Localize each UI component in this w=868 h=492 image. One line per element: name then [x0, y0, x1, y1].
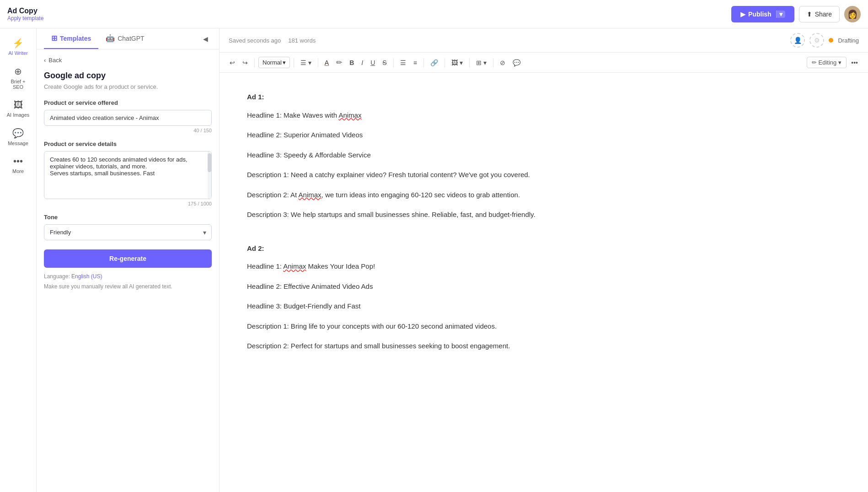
ad1-title: Ad 1:: [247, 91, 841, 103]
pencil-icon: ✏: [812, 59, 817, 66]
bold-button[interactable]: B: [347, 57, 357, 68]
ad2-desc1: Description 1: Bring life to your concep…: [247, 320, 841, 332]
share-icon: ⬆: [807, 11, 812, 18]
regenerate-button[interactable]: Re-generate: [44, 249, 212, 268]
toolbar-separator-8: [493, 58, 493, 67]
editor-area: Saved seconds ago 181 words 👤 ⚙ Drafting…: [220, 28, 868, 492]
tab-chatgpt[interactable]: 🤖 ChatGPT: [98, 28, 151, 49]
apply-template-link[interactable]: Apply template: [7, 15, 731, 22]
publish-chevron[interactable]: ▾: [776, 11, 785, 18]
editing-chevron-icon: ▾: [838, 59, 841, 66]
font-color-button[interactable]: A: [322, 57, 332, 68]
panel-tabs: ⊞ Templates 🤖 ChatGPT ◀: [37, 28, 219, 49]
details-label: Product or service details: [44, 141, 212, 147]
ad2-headline1: Headline 1: Animax Makes Your Idea Pop!: [247, 260, 841, 272]
editor-content[interactable]: Ad 1: Headline 1: Make Waves with Animax…: [220, 73, 868, 492]
textarea-scrollbar: [208, 151, 211, 199]
avatar[interactable]: 👩: [844, 6, 861, 22]
redo-button[interactable]: ↪: [240, 57, 251, 68]
collaborator-avatar-1: 👤: [790, 33, 805, 48]
topbar: Ad Copy Apply template ▶ Publish ▾ ⬆ Sha…: [0, 0, 868, 28]
link-button[interactable]: 🔗: [428, 57, 441, 68]
bullet-list-button[interactable]: ☰: [397, 57, 409, 68]
sidebar-item-label-more: More: [12, 168, 24, 174]
ad2-title: Ad 2:: [247, 243, 841, 254]
image-button[interactable]: 🖼 ▾: [449, 57, 466, 68]
ad1-desc2: Description 2: At Animax, we turn ideas …: [247, 189, 841, 201]
back-button[interactable]: ‹ Back: [44, 57, 212, 64]
tone-select-wrapper: Friendly Professional Casual Formal Humo…: [44, 224, 212, 240]
strikethrough-button[interactable]: S: [380, 57, 389, 68]
collaborator-avatar-2: ⚙: [809, 33, 824, 48]
numbered-list-button[interactable]: ≡: [411, 57, 420, 68]
details-textarea[interactable]: Creates 60 to 120 seconds animated video…: [44, 151, 211, 197]
toolbar-separator-3: [318, 58, 318, 67]
toolbar-overflow-button[interactable]: •••: [848, 57, 861, 68]
tone-select[interactable]: Friendly Professional Casual Formal Humo…: [44, 224, 212, 240]
sidebar-item-ai-images[interactable]: 🖼 AI Images: [2, 96, 35, 121]
sidebar-item-message[interactable]: 💬 Message: [2, 124, 35, 150]
tone-section: Tone Friendly Professional Casual Formal…: [44, 214, 212, 240]
details-textarea-wrapper: Creates 60 to 120 seconds animated video…: [44, 151, 212, 199]
editor-toolbar: ↩ ↪ Normal ▾ ☰ ▾ A ✏ B I U S ☰ ≡ 🔗 🖼 ▾ ⊞: [220, 53, 868, 73]
panel-collapse-button[interactable]: ◀: [199, 28, 212, 49]
language-text: Language:: [44, 273, 71, 280]
underline-button[interactable]: U: [368, 57, 378, 68]
publish-label: Publish: [748, 11, 772, 18]
toolbar-separator-7: [469, 58, 470, 67]
publish-button[interactable]: ▶ Publish ▾: [731, 6, 794, 22]
textarea-scrollbar-thumb: [208, 153, 211, 172]
status-text: Drafting: [838, 37, 859, 44]
person-icon-1: 👤: [794, 37, 802, 44]
align-button[interactable]: ☰ ▾: [298, 57, 314, 68]
product-input[interactable]: [44, 110, 212, 126]
editing-label: Editing: [819, 59, 837, 66]
disclaimer: Make sure you manually review all AI gen…: [44, 282, 212, 291]
share-button[interactable]: ⬆ Share: [799, 6, 840, 22]
undo-button[interactable]: ↩: [227, 57, 238, 68]
more-icon: •••: [13, 156, 23, 167]
person-icon-2: ⚙: [814, 37, 820, 44]
editor-meta: Saved seconds ago 181 words 👤 ⚙ Drafting: [220, 28, 868, 53]
left-panel: ⊞ Templates 🤖 ChatGPT ◀ ‹ Back Google ad…: [37, 28, 220, 492]
ad2-headline3: Headline 3: Budget-Friendly and Fast: [247, 300, 841, 312]
format-chevron-icon: ▾: [283, 59, 286, 66]
language-link[interactable]: English (US): [71, 273, 102, 280]
format-label: Normal: [263, 59, 282, 66]
toolbar-right: ✏ Editing ▾: [807, 57, 847, 68]
section-title: Google ad copy: [44, 71, 212, 81]
spacer-1: [247, 229, 841, 243]
main-layout: ⚡ AI Writer ⊕ Brief + SEO 🖼 AI Images 💬 …: [0, 28, 868, 492]
section-desc: Create Google ads for a product or servi…: [44, 83, 212, 90]
table-button[interactable]: ⊞ ▾: [473, 57, 489, 68]
sidebar-item-ai-writer[interactable]: ⚡ AI Writer: [2, 34, 35, 59]
tab-templates[interactable]: ⊞ Templates: [44, 28, 98, 49]
ai-writer-icon: ⚡: [12, 38, 24, 49]
sidebar-item-brief-seo[interactable]: ⊕ Brief + SEO: [2, 62, 35, 93]
ad1-desc1: Description 1: Need a catchy explainer v…: [247, 169, 841, 181]
templates-tab-icon: ⊞: [51, 34, 57, 43]
toolbar-separator-1: [254, 58, 255, 67]
tab-chatgpt-label: ChatGPT: [118, 35, 144, 42]
ad1-headline3: Headline 3: Speedy & Affordable Service: [247, 149, 841, 161]
document-title: Ad Copy: [7, 7, 731, 15]
tab-templates-label: Templates: [60, 35, 91, 42]
toolbar-separator-5: [423, 58, 424, 67]
animax-squiggly-2: Animax: [299, 191, 321, 199]
saved-status: Saved seconds ago: [229, 37, 281, 44]
format-select[interactable]: Normal ▾: [258, 57, 290, 68]
toolbar-separator-6: [445, 58, 445, 67]
ad1-headline2: Headline 2: Superior Animated Videos: [247, 129, 841, 141]
product-char-count: 40 / 150: [44, 128, 212, 133]
sidebar-item-label-ai-images: AI Images: [7, 112, 30, 118]
more-options-button[interactable]: ⊘: [497, 57, 508, 68]
highlight-button[interactable]: ✏: [333, 56, 345, 69]
sidebar-icons: ⚡ AI Writer ⊕ Brief + SEO 🖼 AI Images 💬 …: [0, 28, 37, 492]
sidebar-item-more[interactable]: ••• More: [2, 152, 35, 178]
italic-button[interactable]: I: [359, 57, 366, 68]
topbar-right: ▶ Publish ▾ ⬆ Share 👩: [731, 6, 861, 22]
comment-button[interactable]: 💬: [510, 57, 523, 68]
status-dot: [829, 38, 833, 43]
editing-mode-button[interactable]: ✏ Editing ▾: [807, 57, 847, 68]
sidebar-item-label-message: Message: [8, 141, 28, 146]
